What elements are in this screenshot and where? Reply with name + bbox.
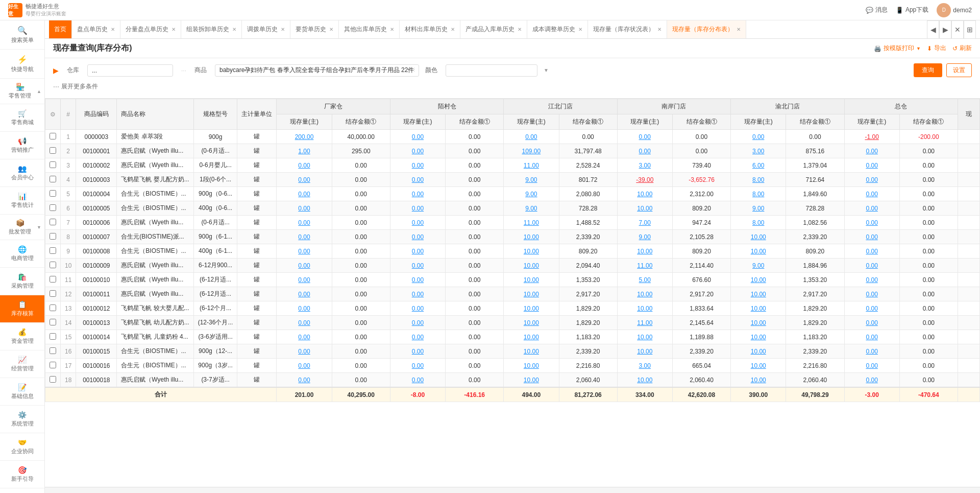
row-total-qty[interactable]: 0.00 <box>844 287 899 301</box>
row-c5-qty[interactable]: 10.00 <box>731 287 786 301</box>
row-c4-qty[interactable]: 10.00 <box>617 287 672 301</box>
row-c5-qty[interactable]: 0.00 <box>731 130 786 144</box>
row-c4-qty[interactable]: 10.00 <box>617 301 672 316</box>
row-total-qty[interactable]: 0.00 <box>844 158 899 173</box>
sidebar-item-nav[interactable]: ⚡ 快捷导航 <box>0 50 44 79</box>
row-c2-qty[interactable]: 0.00 <box>390 287 445 301</box>
row-total-qty[interactable]: 0.00 <box>844 244 899 259</box>
row-c3-qty[interactable]: 10.00 <box>504 287 559 301</box>
row-c2-qty[interactable]: 0.00 <box>390 344 445 359</box>
tab-inventory-close[interactable]: ✕ <box>111 27 115 32</box>
sidebar-item-inventory-check[interactable]: 📋 库存核算 <box>0 295 44 323</box>
color-input[interactable] <box>446 64 537 77</box>
sidebar-item-corp[interactable]: 🤝 企业协同 <box>0 433 44 461</box>
tab-close-current-btn[interactable]: ✕ <box>951 20 964 39</box>
row-total-qty[interactable]: 0.00 <box>844 316 899 330</box>
row-total-qty[interactable]: 0.00 <box>844 273 899 287</box>
row-c2-qty[interactable]: 0.00 <box>390 259 445 273</box>
row-c4-qty[interactable]: 3.00 <box>617 359 672 373</box>
row-c5-qty[interactable]: 10.00 <box>731 373 786 388</box>
search-button[interactable]: 查询 <box>914 63 942 77</box>
row-c5-qty[interactable]: 8.00 <box>731 173 786 187</box>
app-download-btn[interactable]: 📱 App下载 <box>896 6 928 14</box>
row-c3-qty[interactable]: 10.00 <box>504 259 559 273</box>
row-c5-qty[interactable]: 10.00 <box>731 244 786 259</box>
row-total-qty[interactable]: 0.00 <box>844 216 899 230</box>
refresh-btn[interactable]: ↺ 刷新 <box>952 44 972 53</box>
row-total-qty[interactable]: 0.00 <box>844 230 899 244</box>
row-c5-qty[interactable]: 10.00 <box>731 344 786 359</box>
row-c3-qty[interactable]: 10.00 <box>504 373 559 388</box>
row-c5-qty[interactable]: 3.00 <box>731 144 786 158</box>
row-c1-qty[interactable]: 0.00 <box>277 201 332 216</box>
row-total-qty[interactable]: -1.00 <box>844 130 899 144</box>
row-total-qty[interactable]: 0.00 <box>844 330 899 344</box>
sidebar-item-app-center[interactable]: 📱 应用中心 <box>0 488 44 493</box>
tab-requisition[interactable]: 要货单历史 ✕ <box>290 20 339 39</box>
export-btn[interactable]: ⬇ 导出 <box>927 44 946 53</box>
row-checkbox[interactable] <box>45 330 61 344</box>
row-c3-qty[interactable]: 9.00 <box>504 187 559 201</box>
row-c4-qty[interactable]: 0.00 <box>617 144 672 158</box>
tab-split-inventory[interactable]: 分量盘点单历史 ✕ <box>120 20 181 39</box>
row-total-qty[interactable]: 0.00 <box>844 187 899 201</box>
row-checkbox[interactable] <box>45 344 61 359</box>
row-c2-qty[interactable]: 0.00 <box>390 201 445 216</box>
row-c3-qty[interactable]: 109.00 <box>504 144 559 158</box>
row-c4-qty[interactable]: 0.00 <box>617 130 672 144</box>
row-checkbox[interactable] <box>45 230 61 244</box>
settings-button[interactable]: 设置 <box>946 63 972 77</box>
row-c5-qty[interactable]: 8.00 <box>731 187 786 201</box>
sidebar-item-ops[interactable]: 📈 经营管理 <box>0 350 44 378</box>
row-c4-qty[interactable]: 10.00 <box>617 244 672 259</box>
row-c1-qty[interactable]: 0.00 <box>277 259 332 273</box>
row-checkbox[interactable] <box>45 301 61 316</box>
print-btn[interactable]: 🖨️ 按模版打印 ▼ <box>874 44 921 53</box>
row-c1-qty[interactable]: 0.00 <box>277 287 332 301</box>
tab-other-out[interactable]: 其他出库单历史 ✕ <box>339 20 400 39</box>
row-c4-qty[interactable]: -39.00 <box>617 173 672 187</box>
row-total-qty[interactable]: 0.00 <box>844 259 899 273</box>
row-c5-qty[interactable]: 9.00 <box>731 201 786 216</box>
tab-inventory[interactable]: 盘点单历史 ✕ <box>72 20 120 39</box>
sidebar-item-base[interactable]: 📝 基础信息 <box>0 378 44 406</box>
row-c3-qty[interactable]: 10.00 <box>504 230 559 244</box>
row-c4-qty[interactable]: 5.00 <box>617 273 672 287</box>
row-c5-qty[interactable]: 9.00 <box>731 259 786 273</box>
row-checkbox[interactable] <box>45 216 61 230</box>
row-c2-qty[interactable]: 0.00 <box>390 158 445 173</box>
row-checkbox[interactable] <box>45 359 61 373</box>
tab-material-out[interactable]: 材料出库单历史 ✕ <box>400 20 460 39</box>
tab-product-in-close[interactable]: ✕ <box>518 27 522 32</box>
row-c1-qty[interactable]: 0.00 <box>277 373 332 388</box>
row-c5-qty[interactable]: 10.00 <box>731 359 786 373</box>
row-c3-qty[interactable]: 10.00 <box>504 359 559 373</box>
row-c1-qty[interactable]: 0.00 <box>277 216 332 230</box>
row-c1-qty[interactable]: 1.00 <box>277 144 332 158</box>
row-c3-qty[interactable]: 10.00 <box>504 330 559 344</box>
user-btn[interactable]: D demo2 <box>937 3 972 17</box>
row-c4-qty[interactable]: 10.00 <box>617 201 672 216</box>
row-c3-qty[interactable]: 10.00 <box>504 273 559 287</box>
row-c1-qty[interactable]: 0.00 <box>277 359 332 373</box>
sidebar-item-retail-mgmt[interactable]: 🏪 零售管理 ▲ <box>0 79 44 104</box>
sidebar-item-finance[interactable]: 💰 资金管理 <box>0 323 44 350</box>
row-c1-qty[interactable]: 0.00 <box>277 330 332 344</box>
sidebar-item-ecommerce[interactable]: 🌐 电商管理 <box>0 240 44 268</box>
row-checkbox[interactable] <box>45 187 61 201</box>
sidebar-item-wholesale[interactable]: 📦 批发管理 ▼ <box>0 215 44 240</box>
row-c5-qty[interactable]: 10.00 <box>731 301 786 316</box>
row-checkbox[interactable] <box>45 373 61 388</box>
row-c4-qty[interactable]: 10.00 <box>617 344 672 359</box>
sidebar-item-search[interactable]: 🔍 搜索英单 <box>0 20 44 50</box>
tab-menu-btn[interactable]: ⊞ <box>964 20 976 39</box>
row-c3-qty[interactable]: 10.00 <box>504 244 559 259</box>
row-c2-qty[interactable]: 0.00 <box>390 144 445 158</box>
row-c1-qty[interactable]: 200.00 <box>277 130 332 144</box>
tab-transfer[interactable]: 调拨单历史 ✕ <box>242 20 290 39</box>
row-c2-qty[interactable]: 0.00 <box>390 130 445 144</box>
goods-input[interactable] <box>215 64 419 77</box>
row-c5-qty[interactable]: 6.00 <box>731 158 786 173</box>
row-c4-qty[interactable]: 3.00 <box>617 158 672 173</box>
sidebar-item-system[interactable]: ⚙️ 系统管理 <box>0 406 44 433</box>
